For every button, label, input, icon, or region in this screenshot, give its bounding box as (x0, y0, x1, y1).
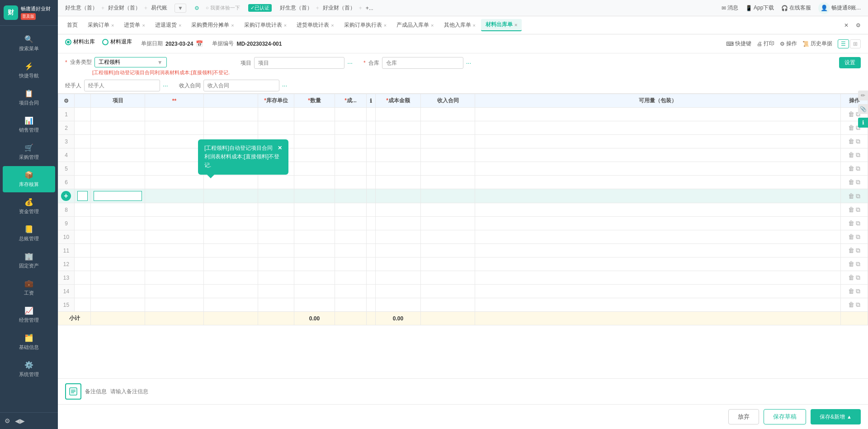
row-14-cost-amount[interactable] (376, 285, 421, 298)
row-3-copy-btn[interactable]: ⧉ (856, 138, 860, 145)
row-6-cost[interactable] (335, 176, 367, 189)
row-9-income-contract[interactable] (421, 217, 475, 230)
topbar-link-haoyecai[interactable]: 好业财（首） (108, 4, 141, 12)
calendar-icon[interactable]: 📅 (196, 40, 203, 47)
row-9-cost[interactable] (335, 217, 367, 230)
operate-btn[interactable]: ⚙ 操作 (780, 40, 797, 48)
row-15-unit[interactable] (258, 298, 294, 312)
row-12-qty[interactable] (294, 257, 335, 271)
row-3-project[interactable] (91, 135, 145, 148)
row-3-qty[interactable] (294, 135, 335, 148)
row-1-income-contract[interactable] (421, 108, 475, 121)
sidebar-item-system[interactable]: ⚙️ 系统管理 (3, 356, 55, 382)
row-4-copy-btn[interactable]: ⧉ (856, 151, 860, 158)
tab-purchase-order-close[interactable]: × (111, 23, 114, 28)
topbar-link-yidaiz[interactable]: 易代账 (151, 4, 167, 12)
row-6-qty[interactable] (294, 176, 335, 189)
discard-button[interactable]: 放弃 (728, 409, 759, 424)
row-2-material[interactable] (145, 121, 204, 135)
row-2-spec[interactable] (204, 121, 258, 135)
row-9-delete-btn[interactable]: 🗑 (848, 219, 854, 227)
history-btn[interactable]: 📜 历史单据 (802, 40, 832, 48)
save-new-button[interactable]: 保存&新增 ▲ (811, 409, 861, 424)
row-9-cost-amount[interactable] (376, 217, 421, 230)
row-1-material[interactable] (145, 108, 204, 121)
row-15-income-contract[interactable] (421, 298, 475, 312)
income-contract-input[interactable] (203, 80, 279, 91)
row-11-material[interactable] (145, 244, 204, 257)
row-10-delete-btn[interactable]: 🗑 (848, 233, 854, 240)
row-10-spec[interactable] (204, 230, 258, 244)
handler-dots-btn[interactable]: ··· (163, 82, 168, 89)
income-contract-dots-btn[interactable]: ··· (282, 82, 288, 89)
row-5-project[interactable] (91, 162, 145, 176)
row-11-delete-btn[interactable]: 🗑 (848, 247, 854, 254)
row-14-unit[interactable] (258, 285, 294, 298)
row-3-income-contract[interactable] (421, 135, 475, 148)
row-5-material[interactable] (145, 162, 204, 176)
row-9-copy-btn[interactable]: ⧉ (856, 219, 860, 227)
row-11-qty[interactable] (294, 244, 335, 257)
row-7-qty[interactable] (294, 189, 335, 203)
tooltip-close-btn[interactable]: ✕ (278, 144, 282, 153)
row-7-income-contract[interactable] (421, 189, 475, 203)
row-7-project-input[interactable] (94, 191, 142, 201)
date-value[interactable]: 2023-03-24 (165, 41, 193, 47)
topbar-online-service-btn[interactable]: 🎧 在线客服 (781, 4, 811, 12)
row-5-cost[interactable] (335, 162, 367, 176)
row-13-qty[interactable] (294, 271, 335, 285)
row-9-project[interactable] (91, 217, 145, 230)
row-2-unit[interactable] (258, 121, 294, 135)
row-8-project[interactable] (91, 203, 145, 217)
row-14-income-contract[interactable] (421, 285, 475, 298)
tab-settings-btn[interactable]: ⚙ (853, 21, 863, 30)
row-12-copy-btn[interactable]: ⧉ (856, 260, 860, 267)
row-11-income-contract[interactable] (421, 244, 475, 257)
settings-button[interactable]: 设置 (839, 57, 861, 68)
view-list-btn[interactable]: ☰ (838, 39, 849, 48)
tab-incoming-stats-close[interactable]: × (331, 23, 334, 28)
row-8-income-contract[interactable] (421, 203, 475, 217)
radio-material-outbound[interactable]: 材料出库 (65, 38, 95, 46)
sidebar-item-payroll[interactable]: 💼 工资 (3, 275, 55, 301)
row-1-qty[interactable] (294, 108, 335, 121)
row-4-qty[interactable] (294, 148, 335, 162)
row-7-col1[interactable] (75, 189, 91, 203)
row-8-cost[interactable] (335, 203, 367, 217)
row-11-cost[interactable] (335, 244, 367, 257)
sidebar-item-basic[interactable]: 🗂️ 基础信息 (3, 329, 55, 355)
row-6-project[interactable] (91, 176, 145, 189)
row-13-project[interactable] (91, 271, 145, 285)
tab-other-inbound[interactable]: 其他入库单 × (439, 19, 480, 31)
row-10-income-contract[interactable] (421, 230, 475, 244)
tab-finished-goods-close[interactable]: × (431, 23, 434, 28)
row-14-project[interactable] (91, 285, 145, 298)
row-4-material[interactable] (145, 148, 204, 162)
row-9-spec[interactable] (204, 217, 258, 230)
row-4-project[interactable] (91, 148, 145, 162)
float-edit-btn[interactable]: ✏ (858, 91, 868, 100)
sidebar-item-account[interactable]: 📒 总账管理 (3, 220, 55, 247)
row-13-unit[interactable] (258, 271, 294, 285)
tab-incoming-close[interactable]: × (142, 23, 145, 28)
row-4-cost-amount[interactable] (376, 148, 421, 162)
row-1-cost-amount[interactable] (376, 108, 421, 121)
row-13-delete-btn[interactable]: 🗑 (848, 274, 854, 281)
business-type-input[interactable]: 工程领料 ▼ (94, 57, 167, 67)
row-8-unit[interactable] (258, 203, 294, 217)
tab-purchase-stats-close[interactable]: × (284, 23, 287, 28)
row-15-delete-btn[interactable]: 🗑 (848, 301, 854, 308)
row-7-copy-btn[interactable]: ⧉ (856, 192, 860, 200)
col-settings[interactable]: ⚙ (58, 94, 75, 108)
row-6-income-contract[interactable] (421, 176, 475, 189)
sidebar-item-purchase[interactable]: 🛒 采购管理 (3, 139, 55, 165)
topbar-link-haoshengyi[interactable]: 好生意（首） (65, 4, 98, 12)
sidebar-collapse-btn[interactable]: ◀▶ (15, 417, 25, 424)
warehouse-input[interactable] (382, 57, 463, 69)
row-10-unit[interactable] (258, 230, 294, 244)
row-15-qty[interactable] (294, 298, 335, 312)
topbar-link2-more[interactable]: +... (366, 5, 373, 11)
tab-purchase-exec[interactable]: 采购订单执行表 × (340, 19, 391, 31)
row-8-cost-amount[interactable] (376, 203, 421, 217)
row-7-material[interactable] (145, 189, 204, 203)
